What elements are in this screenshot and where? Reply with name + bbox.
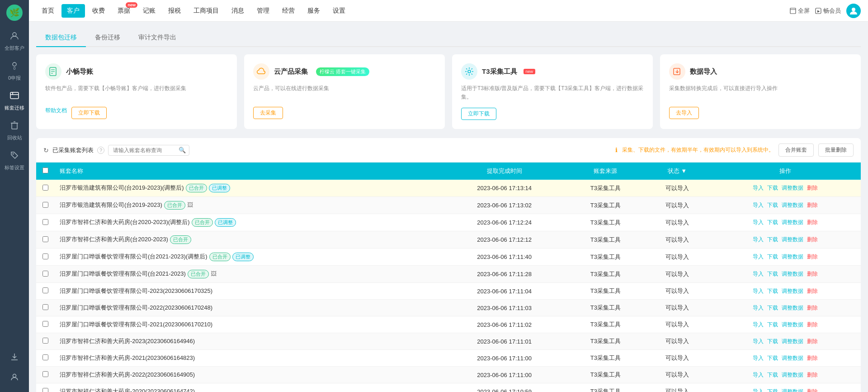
nav-messages[interactable]: 消息 (226, 4, 250, 18)
sidebar-download-btn[interactable] (8, 349, 21, 367)
op-delete-link[interactable]: 删除 (807, 288, 818, 294)
op-delete-link[interactable]: 删除 (807, 236, 818, 243)
op-adjust-link[interactable]: 调整数据 (782, 372, 803, 378)
nav-clients[interactable]: 客户 (61, 4, 85, 18)
download-now-btn-2[interactable]: 立即下载 (461, 108, 496, 120)
op-adjust-link[interactable]: 调整数据 (782, 236, 803, 243)
op-download-link[interactable]: 下载 (767, 372, 778, 378)
op-download-link[interactable]: 下载 (767, 338, 778, 344)
help-circle-icon[interactable]: ? (97, 147, 104, 154)
op-delete-link[interactable]: 删除 (807, 388, 818, 392)
fullscreen-btn[interactable]: 全屏 (790, 7, 810, 15)
op-import-link[interactable]: 导入 (753, 271, 764, 277)
row-image-icon[interactable]: 🖼 (187, 201, 193, 208)
col-status[interactable]: 状态 ▼ (645, 163, 710, 180)
go-collect-btn[interactable]: 去采集 (253, 107, 283, 119)
select-all-checkbox[interactable] (42, 167, 48, 173)
tab-data-migrate[interactable]: 数据包迁移 (36, 29, 86, 47)
op-download-link[interactable]: 下载 (767, 202, 778, 208)
op-download-link[interactable]: 下载 (767, 355, 778, 361)
search-input[interactable] (108, 145, 189, 156)
sidebar-item-all-clients[interactable]: 全部客户 (0, 26, 29, 56)
go-import-btn[interactable]: 去导入 (669, 107, 699, 119)
op-download-link[interactable]: 下载 (767, 271, 778, 277)
sidebar-item-tag-settings[interactable]: 标签设置 (0, 146, 29, 176)
row-checkbox[interactable] (42, 304, 48, 310)
row-checkbox[interactable] (42, 236, 48, 242)
op-adjust-link[interactable]: 调整数据 (782, 288, 803, 294)
row-checkbox[interactable] (42, 388, 48, 392)
op-download-link[interactable]: 下载 (767, 388, 778, 392)
op-adjust-link[interactable]: 调整数据 (782, 355, 803, 361)
op-import-link[interactable]: 导入 (753, 202, 764, 208)
op-import-link[interactable]: 导入 (753, 305, 764, 311)
op-delete-link[interactable]: 删除 (807, 355, 818, 361)
row-checkbox[interactable] (42, 371, 48, 377)
op-import-link[interactable]: 导入 (753, 355, 764, 361)
op-import-link[interactable]: 导入 (753, 288, 764, 294)
sidebar-item-zero-report[interactable]: 0 0申报 (0, 56, 29, 86)
sidebar-user-btn[interactable] (8, 369, 21, 387)
op-delete-link[interactable]: 删除 (807, 253, 818, 260)
row-checkbox[interactable] (42, 271, 48, 277)
op-adjust-link[interactable]: 调整数据 (782, 321, 803, 328)
row-checkbox[interactable] (42, 321, 48, 327)
row-image-icon[interactable]: 🖼 (211, 270, 217, 277)
op-import-link[interactable]: 导入 (753, 388, 764, 392)
sidebar-item-recycle-bin[interactable]: 回收站 (0, 116, 29, 146)
nav-settings[interactable]: 设置 (327, 4, 351, 18)
op-adjust-link[interactable]: 调整数据 (782, 202, 803, 208)
op-adjust-link[interactable]: 调整数据 (782, 305, 803, 311)
help-doc-link[interactable]: 帮助文档 (45, 107, 67, 119)
tab-audit-export[interactable]: 审计文件导出 (129, 29, 185, 47)
op-delete-link[interactable]: 删除 (807, 271, 818, 277)
search-icon[interactable]: 🔍 (179, 147, 186, 153)
op-import-link[interactable]: 导入 (753, 236, 764, 243)
op-delete-link[interactable]: 删除 (807, 321, 818, 328)
batch-delete-btn[interactable]: 批量删除 (818, 143, 854, 157)
op-import-link[interactable]: 导入 (753, 185, 764, 191)
refresh-icon[interactable]: ↻ (43, 147, 49, 154)
op-download-link[interactable]: 下载 (767, 288, 778, 294)
op-delete-link[interactable]: 删除 (807, 185, 818, 191)
nav-bookkeeping[interactable]: 记账 (137, 4, 161, 18)
op-download-link[interactable]: 下载 (767, 185, 778, 191)
member-btn[interactable]: ▶ 畅会员 (815, 7, 841, 15)
tab-backup-migrate[interactable]: 备份迁移 (86, 29, 129, 47)
op-download-link[interactable]: 下载 (767, 321, 778, 328)
op-delete-link[interactable]: 删除 (807, 338, 818, 344)
op-import-link[interactable]: 导入 (753, 321, 764, 328)
op-download-link[interactable]: 下载 (767, 253, 778, 260)
op-adjust-link[interactable]: 调整数据 (782, 219, 803, 225)
sidebar-item-account-migrate[interactable]: 账套迁移 (0, 86, 29, 116)
nav-tax[interactable]: 报税 (163, 4, 186, 18)
op-delete-link[interactable]: 删除 (807, 202, 818, 208)
nav-home[interactable]: 首页 (36, 4, 60, 18)
op-delete-link[interactable]: 删除 (807, 305, 818, 311)
nav-business[interactable]: 工商项目 (188, 4, 224, 18)
merge-accounts-btn[interactable]: 合并账套 (778, 143, 814, 157)
op-delete-link[interactable]: 删除 (807, 372, 818, 378)
row-checkbox[interactable] (42, 253, 48, 259)
op-import-link[interactable]: 导入 (753, 372, 764, 378)
op-adjust-link[interactable]: 调整数据 (782, 388, 803, 392)
op-adjust-link[interactable]: 调整数据 (782, 253, 803, 260)
row-checkbox[interactable] (42, 338, 48, 344)
op-import-link[interactable]: 导入 (753, 253, 764, 260)
nav-invoice[interactable]: 票据 new (112, 4, 136, 18)
op-import-link[interactable]: 导入 (753, 219, 764, 225)
op-download-link[interactable]: 下载 (767, 219, 778, 225)
app-logo[interactable]: 🌿 (5, 4, 24, 22)
op-download-link[interactable]: 下载 (767, 305, 778, 311)
download-now-btn-1[interactable]: 立即下载 (71, 107, 107, 119)
nav-operations[interactable]: 经营 (277, 4, 300, 18)
row-checkbox[interactable] (42, 219, 48, 225)
row-checkbox[interactable] (42, 202, 48, 208)
op-import-link[interactable]: 导入 (753, 338, 764, 344)
nav-manage[interactable]: 管理 (251, 4, 275, 18)
row-checkbox[interactable] (42, 185, 48, 191)
op-adjust-link[interactable]: 调整数据 (782, 185, 803, 191)
user-avatar[interactable] (846, 4, 861, 18)
op-adjust-link[interactable]: 调整数据 (782, 338, 803, 344)
nav-service[interactable]: 服务 (302, 4, 326, 18)
